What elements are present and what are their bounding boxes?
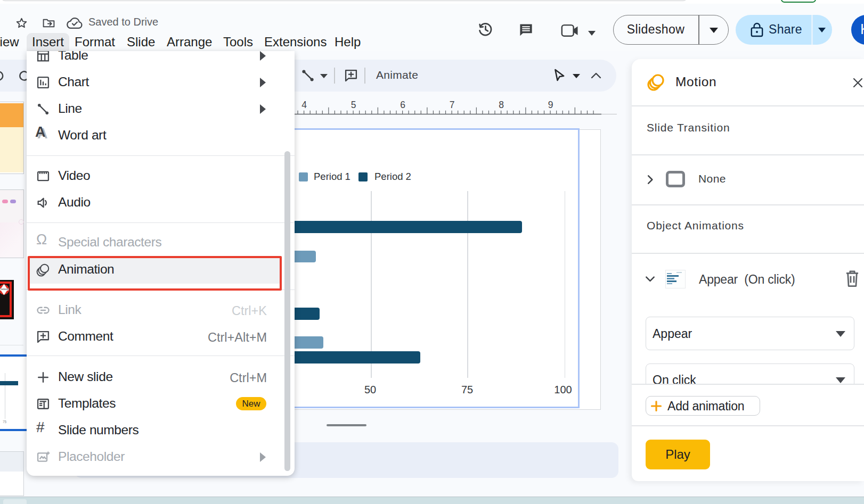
- svg-text:THINVR: THINVR: [0, 288, 9, 291]
- svg-text:4: 4: [301, 100, 307, 110]
- svg-text:6: 6: [400, 100, 405, 110]
- svg-text:9: 9: [548, 100, 553, 110]
- svg-text:5: 5: [351, 100, 356, 110]
- svg-text:7: 7: [450, 100, 455, 110]
- svg-text:8: 8: [499, 100, 504, 110]
